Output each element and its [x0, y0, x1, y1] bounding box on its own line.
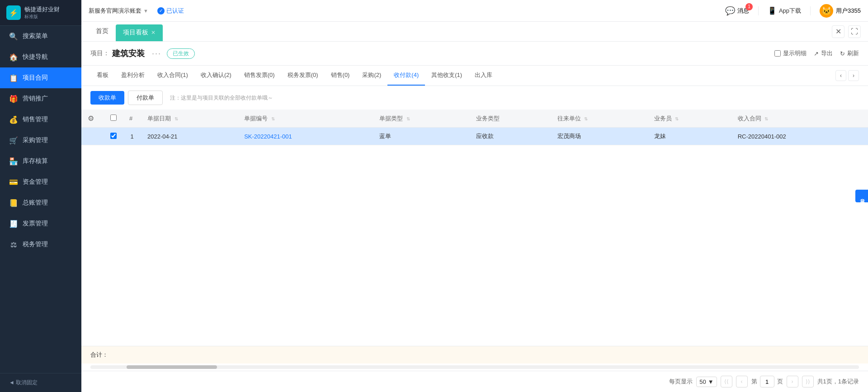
account-selector[interactable]: 新服务官网演示账套 ▼ — [89, 7, 148, 15]
payment-tab-button[interactable]: 付款单 — [128, 91, 163, 105]
subtab-profit[interactable]: 盈利分析 — [115, 66, 151, 86]
app-download-button[interactable]: 📱 App下载 — [768, 6, 801, 15]
table-settings-header[interactable]: ⚙ — [81, 110, 104, 128]
tab-close-icon[interactable]: ✕ — [151, 29, 156, 36]
close-window-button[interactable]: ✕ — [832, 25, 844, 38]
subtab-other-expense-label: 其他收支(1) — [431, 72, 462, 78]
receipt-tab-button[interactable]: 收款单 — [90, 91, 124, 105]
subtab-prev-button[interactable]: ‹ — [835, 70, 846, 81]
project-more-button[interactable]: ··· — [152, 49, 161, 58]
subtab-profit-label: 盈利分析 — [121, 72, 145, 78]
table-footer: 合计： — [81, 346, 868, 363]
subtab-kanban[interactable]: 看板 — [90, 66, 115, 86]
inventory-icon: 🏪 — [9, 157, 18, 166]
subtab-other-expense[interactable]: 其他收支(1) — [425, 66, 468, 86]
sidebar-item-quick-nav[interactable]: 🏠 快捷导航 — [0, 47, 81, 67]
sidebar-item-purchase[interactable]: 🛒 采购管理 — [0, 130, 81, 151]
row-income-contract-cell: RC-20220401-002 — [731, 128, 868, 145]
app-logo-text: 畅捷通好业财 标准版 — [24, 5, 60, 20]
show-detail-input[interactable] — [774, 50, 781, 57]
subtab-tax-invoice[interactable]: 税务发票(0) — [281, 66, 325, 86]
sidebar-item-search[interactable]: 🔍 搜索菜单 — [0, 26, 81, 47]
pagination: 每页显示 50 ▼ ⟨⟨ ‹ 第 页 › ⟩⟩ 共1页，1条记录 — [81, 371, 868, 392]
shield-icon: ✓ — [157, 7, 165, 14]
pagination-last-button[interactable]: ⟩⟩ — [802, 376, 814, 387]
horizontal-scrollbar[interactable] — [90, 365, 859, 369]
sidebar-item-label: 资金管理 — [23, 178, 48, 186]
settings-gear-icon[interactable]: ⚙ — [88, 115, 94, 122]
sidebar-item-inventory[interactable]: 🏪 库存核算 — [0, 151, 81, 172]
app-name: 畅捷通好业财 — [24, 5, 60, 14]
page-input[interactable] — [760, 376, 774, 387]
sidebar-item-label: 搜索菜单 — [23, 32, 48, 40]
subtab-sales-label: 销售(0) — [331, 72, 350, 78]
sidebar-item-project[interactable]: 📋 项目合同 — [0, 67, 81, 88]
salesman-sort-icon: ⇅ — [675, 116, 679, 121]
table-type-header[interactable]: 单据类型 ⇅ — [373, 110, 470, 128]
user-menu[interactable]: 🐱 用户3355 — [820, 4, 861, 18]
row-checkbox[interactable] — [110, 133, 117, 139]
tax-icon: ⚖ — [9, 240, 18, 249]
tab-project-board[interactable]: 项目看板 ✕ — [116, 24, 163, 41]
messages-badge: 1 — [745, 3, 753, 10]
per-page-select[interactable]: 50 ▼ — [696, 377, 717, 387]
sidebar-item-ledger[interactable]: 📒 总账管理 — [0, 192, 81, 213]
sidebar-unpin-button[interactable]: ◄ 取消固定 — [0, 373, 81, 392]
export-button[interactable]: ↗ 导出 — [814, 49, 833, 57]
user-label: 用户3355 — [836, 7, 861, 15]
sidebar-logo: ⚡ 畅捷通好业财 标准版 — [0, 0, 81, 26]
table-salesman-header[interactable]: 业务员 ⇅ — [648, 110, 731, 128]
sidebar-item-tax[interactable]: ⚖ 税务管理 — [0, 234, 81, 255]
row-settings-cell — [81, 128, 104, 145]
subtab-sales-invoice-label: 销售发票(0) — [244, 72, 275, 78]
subtab-sales-invoice[interactable]: 销售发票(0) — [238, 66, 281, 86]
tab-home[interactable]: 首页 — [89, 22, 116, 41]
subtab-income-confirm[interactable]: 收入确认(2) — [194, 66, 238, 86]
refresh-icon: ↻ — [840, 50, 845, 57]
messages-button[interactable]: 💬 消息 1 — [725, 6, 749, 16]
pagination-total: 共1页，1条记录 — [817, 378, 859, 386]
row-checkbox-cell[interactable] — [104, 128, 123, 145]
row-code-link[interactable]: SK-20220421-001 — [244, 133, 292, 140]
row-code-cell[interactable]: SK-20220421-001 — [238, 128, 373, 145]
table-partner-header[interactable]: 往来单位 ⇅ — [551, 110, 648, 128]
subtab-purchase[interactable]: 采购(2) — [356, 66, 387, 86]
table-row[interactable]: 1 2022-04-21 SK-20220421-001 蓝单 应收款 宏茂商场… — [81, 128, 868, 145]
maximize-window-button[interactable]: ⛶ — [848, 25, 861, 38]
per-page-label: 每页显示 — [669, 378, 693, 386]
feedback-button[interactable]: 意见反馈 — [855, 190, 868, 202]
sidebar-item-invoice[interactable]: 🧾 发票管理 — [0, 213, 81, 234]
sidebar-item-finance[interactable]: 💳 资金管理 — [0, 172, 81, 192]
table-checkbox-header[interactable] — [104, 110, 123, 128]
app-version: 标准版 — [24, 14, 60, 20]
pagination-next-button[interactable]: › — [787, 376, 798, 387]
subtab-sales[interactable]: 销售(0) — [325, 66, 356, 86]
subtab-tax-invoice-label: 税务发票(0) — [288, 72, 318, 78]
row-date-cell: 2022-04-21 — [141, 128, 238, 145]
subtab-income-contract[interactable]: 收入合同(1) — [151, 66, 194, 86]
main-area: 新服务官网演示账套 ▼ ✓ 已认证 💬 消息 1 📱 App下载 🐱 用户 — [81, 0, 868, 392]
scrollbar-thumb[interactable] — [127, 365, 217, 369]
tab-home-label: 首页 — [96, 27, 108, 35]
select-all-checkbox[interactable] — [110, 115, 117, 121]
pagination-prev-button[interactable]: ‹ — [736, 376, 748, 387]
show-detail-checkbox[interactable]: 显示明细 — [774, 49, 807, 57]
subtab-next-button[interactable]: › — [848, 70, 859, 81]
subtab-collection[interactable]: 收付款(4) — [387, 66, 425, 86]
table-income-contract-header[interactable]: 收入合同 ⇅ — [731, 110, 868, 128]
tab-project-board-label: 项目看板 — [123, 29, 148, 37]
subtab-inout[interactable]: 出入库 — [468, 66, 499, 86]
refresh-button[interactable]: ↻ 刷新 — [840, 49, 859, 57]
sidebar-item-marketing[interactable]: 🎁 营销推广 — [0, 88, 81, 109]
pagination-first-button[interactable]: ⟨⟨ — [721, 376, 732, 387]
subtab-collection-label: 收付款(4) — [394, 72, 419, 78]
partner-sort-icon: ⇅ — [584, 116, 588, 121]
sidebar-item-sales[interactable]: 💰 销售管理 — [0, 109, 81, 130]
table-date-header[interactable]: 单据日期 ⇅ — [141, 110, 238, 128]
export-icon: ↗ — [814, 50, 819, 57]
sidebar-item-label: 营销推广 — [23, 95, 48, 103]
code-sort-icon: ⇅ — [271, 116, 275, 121]
table-code-header[interactable]: 单据编号 ⇅ — [238, 110, 373, 128]
gift-icon: 🎁 — [9, 94, 18, 103]
sidebar-unpin-label: ◄ 取消固定 — [9, 379, 38, 387]
